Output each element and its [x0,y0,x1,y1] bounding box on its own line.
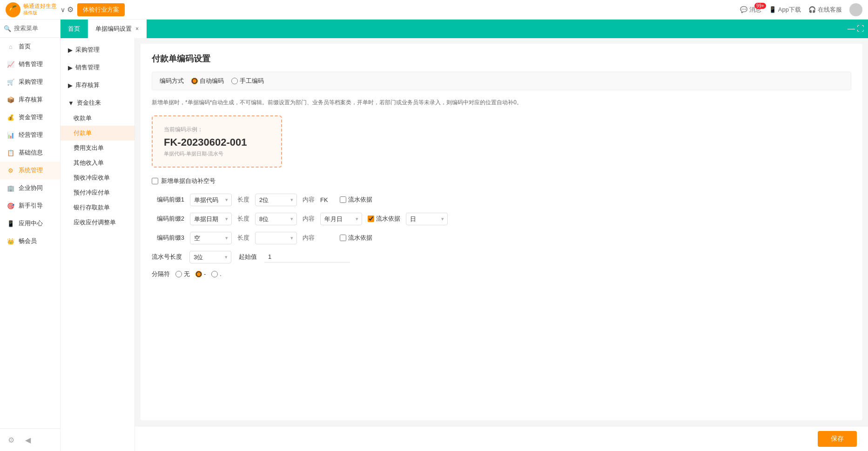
auto-fill-checkbox[interactable] [152,178,158,184]
manual-code-option[interactable]: 手工编码 [231,77,264,85]
prefix3-length-select-wrapper[interactable] [255,232,297,244]
sidebar-search[interactable]: 🔍 搜索菜单 [0,20,60,38]
serial1-checkbox-item: 流水依据 [340,195,372,204]
sep-none-option[interactable]: 无 [175,270,190,278]
tab-home[interactable]: 首页 [61,20,88,38]
tab-close-icon[interactable]: × [135,26,139,32]
prefix1-select[interactable]: 单据代码 部门 业务员 [190,194,232,206]
serial2-period-select[interactable]: 日 月 年 [406,213,448,225]
auto-code-option[interactable]: 自动编码 [191,77,224,85]
sub-group-sales-title[interactable]: ▶ 销售管理 [61,60,135,75]
sub-item-payments[interactable]: 付款单 [61,126,135,141]
sub-group-purchase-label: 采购管理 [75,46,100,54]
sub-group-purchase-title[interactable]: ▶ 采购管理 [61,42,135,58]
info-text: 新增单据时，*单据编码*自动生成，不可编辑。前缀设置为部门、业务员等档案类，开单… [152,98,851,108]
sidebar-settings-icon[interactable]: ⚙ [5,433,18,446]
serial1-checkbox[interactable] [340,196,346,203]
serial2-checkbox[interactable] [368,215,374,222]
prefix2-select-wrapper[interactable]: 单据日期 单据代码 [190,213,232,225]
sidebar-item-basic[interactable]: 📋 基础信息 [0,144,60,162]
home-icon: ⌂ [7,42,15,51]
company-icon: 🏢 [7,184,15,192]
trial-button[interactable]: 体验行业方案 [77,3,125,16]
tab-code-settings[interactable]: 单据编码设置 × [88,20,147,38]
purchase-icon: 🛒 [7,78,15,86]
sub-item-receipts[interactable]: 收款单 [61,111,135,126]
auto-code-radio[interactable] [191,78,198,84]
sep-dash-option[interactable]: - [195,270,206,277]
sidebar-item-finance[interactable]: 💰 资金管理 [0,108,60,126]
sep-dash-label: - [204,270,206,277]
nav-dropdown-arrow[interactable]: ∨ [61,6,65,13]
sidebar-item-label: 销售管理 [19,60,43,68]
sep-none-radio[interactable] [175,271,182,277]
serial3-checkbox[interactable] [340,235,346,241]
logo-text: 畅通道好生意 [23,3,57,9]
serial2-period-select-wrapper[interactable]: 日 月 年 [406,213,448,225]
prefix1-length-label: 长度 [237,195,249,204]
manual-code-radio[interactable] [231,78,238,84]
sub-group-inventory-label: 库存核算 [75,81,100,89]
prefix2-select[interactable]: 单据日期 单据代码 [190,213,232,225]
sub-item-pre-receive[interactable]: 预收冲应收单 [61,170,135,185]
logo-text-block: 畅通道好生意 插件版 [23,3,57,16]
app-logo: 🍊 畅通道好生意 插件版 [6,2,57,17]
prefix1-length-select-wrapper[interactable]: 2位 3位 4位 [255,194,297,206]
prefix2-length-select-wrapper[interactable]: 8位 6位 4位 [255,213,297,225]
operations-icon: 📊 [7,131,15,139]
sidebar-item-operations[interactable]: 📊 经营管理 [0,126,60,144]
sidebar-collapse-icon[interactable]: ◀ [21,433,34,446]
prefix2-length-select[interactable]: 8位 6位 4位 [255,213,297,225]
sub-item-pre-pay[interactable]: 预付冲应付单 [61,185,135,200]
sidebar-item-label: 新手引导 [19,202,43,210]
sub-item-other-income[interactable]: 其他收入单 [61,155,135,170]
serial2-label: 流水依据 [376,215,400,223]
online-service-item[interactable]: 🎧 在线客服 [808,6,842,14]
save-button[interactable]: 保存 [818,431,857,447]
sep-none-label: 无 [184,270,190,278]
encoding-method-row: 编码方式 自动编码 手工编码 [152,72,851,90]
sub-item-expenses[interactable]: 费用支出单 [61,141,135,155]
app-download-item[interactable]: 📱 App下载 [769,6,801,14]
sub-item-adjust[interactable]: 应收应付调整单 [61,215,135,230]
sep-dash-radio[interactable] [195,271,202,277]
prefix1-length-select[interactable]: 2位 3位 4位 [255,194,297,206]
bottom-bar: 保存 [135,426,868,451]
sidebar-item-member[interactable]: 👑 畅会员 [0,232,60,250]
sub-group-sales: ▶ 销售管理 [61,60,135,75]
app-download-icon: 📱 [769,6,776,13]
sub-group-inventory-title[interactable]: ▶ 库存核算 [61,77,135,93]
tabs-bar-right: — ⛶ [848,25,868,33]
prefix3-select-wrapper[interactable]: 空 单据代码 部门 [190,232,232,244]
sub-item-bank-deposit[interactable]: 银行存取款单 [61,200,135,215]
prefix1-select-wrapper[interactable]: 单据代码 部门 业务员 [190,194,232,206]
settings-icon[interactable]: ⚙ [67,5,74,14]
sidebar-item-guide[interactable]: 🎯 新手引导 [0,197,60,215]
sidebar-bottom: ⚙ ◀ [0,428,60,451]
sep-dot-option[interactable]: . [211,270,222,277]
sep-dot-radio[interactable] [211,271,218,277]
search-label: 搜索菜单 [14,24,38,33]
sidebar-item-company[interactable]: 🏢 企业协同 [0,179,60,197]
prefix3-select[interactable]: 空 单据代码 部门 [190,232,232,244]
sidebar-item-home[interactable]: ⌂ 首页 [0,38,60,55]
sub-group-capital-title[interactable]: ▼ 资金往来 [61,95,135,111]
start-value-input[interactable] [264,251,350,263]
sep-dot-label: . [220,270,222,277]
user-avatar[interactable] [849,3,862,16]
prefix3-length-select[interactable] [255,232,297,244]
sidebar-item-apps[interactable]: 📱 应用中心 [0,215,60,232]
serial-length-select[interactable]: 3位 4位 5位 6位 [189,251,231,263]
window-minimize-btn[interactable]: — [848,25,855,33]
sidebar-item-purchase[interactable]: 🛒 采购管理 [0,73,60,91]
sidebar-item-sales[interactable]: 📈 销售管理 [0,55,60,73]
window-maximize-btn[interactable]: ⛶ [857,25,864,33]
logo-sub: 插件版 [23,10,57,16]
sidebar-item-system[interactable]: ⚙ 系统管理 [0,162,60,179]
serial-length-select-wrapper[interactable]: 3位 4位 5位 6位 [189,251,231,263]
sidebar-item-inventory[interactable]: 📦 库存核算 [0,91,60,108]
message-item[interactable]: 💬 消息 99+ [740,6,761,14]
sub-group-purchase-arrow: ▶ [68,47,73,54]
prefix2-content-select[interactable]: 年月日 年月 年 [320,213,362,225]
prefix2-content-select-wrapper[interactable]: 年月日 年月 年 [320,213,362,225]
